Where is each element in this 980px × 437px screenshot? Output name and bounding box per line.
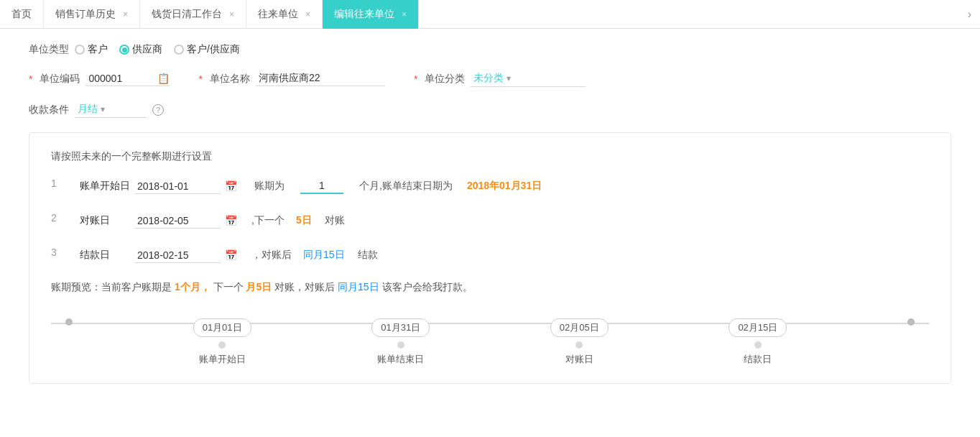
timeline-point-3: 02月05日 对账日 — [550, 318, 609, 366]
step-1: 1 — [51, 178, 68, 195]
content-area: 单位类型 客户 供应商 客户/供应商 * 单位编码 — [0, 29, 980, 437]
payment-arrow-icon: ▾ — [101, 104, 105, 114]
preview-label: 账期预览：当前客户账期是 — [51, 281, 172, 293]
unit-type-row: 单位类型 客户 供应商 客户/供应商 — [29, 43, 951, 56]
category-value: 未分类 — [473, 72, 504, 85]
tl-dot-3 — [575, 341, 583, 349]
help-icon[interactable]: ? — [152, 104, 164, 116]
name-group: * 单位名称 — [198, 71, 384, 86]
tab-partner-units[interactable]: 往来单位 × — [246, 0, 323, 29]
highlight-2: 5日 — [296, 214, 312, 227]
date-input-3[interactable] — [134, 248, 221, 263]
preview-reconcile-prefix: 下一个 — [213, 281, 244, 293]
timeline-point-4: 02月15日 结款日 — [729, 318, 787, 366]
tab-edit-partner-label: 编辑往来单位 — [334, 8, 394, 21]
preview-suffix: 该客户会给我打款。 — [382, 281, 473, 293]
field-label-1: 账单开始日 — [80, 180, 123, 193]
settings-card: 请按照未来的一个完整帐期进行设置 1 账单开始日 📅 账期为 个月,账单结束日期… — [29, 132, 951, 384]
calendar-icon-code[interactable]: 📋 — [157, 73, 170, 84]
tab-sales-history[interactable]: 销售订单历史 × — [44, 0, 140, 29]
radio-supplier[interactable]: 供应商 — [119, 43, 162, 56]
calendar-icon-1[interactable]: 📅 — [225, 180, 237, 192]
category-label: 单位分类 — [425, 73, 465, 86]
timeline-wrapper: 01月01日 账单开始日 01月31日 账单结束日 02月05日 对账日 — [51, 308, 929, 366]
radio-customer-label: 客户 — [88, 43, 108, 56]
tabs-arrow-right[interactable]: › — [959, 8, 980, 21]
desc-prefix-3: ，对账后 — [251, 249, 292, 262]
payment-label: 收款条件 — [29, 104, 69, 116]
desc-suffix-3: 结款 — [358, 249, 378, 262]
preview-period: 1个月， — [175, 281, 211, 293]
tl-dot-2 — [397, 341, 405, 349]
code-label: 单位编码 — [40, 73, 80, 86]
tab-partner-units-close[interactable]: × — [305, 9, 310, 19]
calendar-icon-3[interactable]: 📅 — [225, 249, 237, 261]
payment-value: 月结 — [78, 103, 98, 116]
category-group: * 单位分类 未分类 ▾ — [414, 70, 586, 87]
tab-home-label: 首页 — [11, 8, 32, 21]
radio-both-circle — [174, 45, 184, 55]
tl-badge-4: 02月15日 — [729, 318, 787, 337]
tl-label-4: 结款日 — [744, 353, 772, 366]
code-input[interactable] — [85, 71, 157, 86]
unit-type-group: 单位类型 客户 供应商 客户/供应商 — [29, 43, 240, 56]
cat-star: * — [414, 73, 417, 85]
setting-row-1: 1 账单开始日 📅 账期为 个月,账单结束日期为 2018年01月31日 — [51, 178, 929, 195]
setting-row-3: 3 结款日 📅 ，对账后 同月15日 结款 — [51, 247, 929, 264]
calendar-icon-2[interactable]: 📅 — [225, 215, 237, 226]
category-select[interactable]: 未分类 ▾ — [471, 70, 586, 87]
tl-badge-3: 02月05日 — [550, 318, 609, 337]
name-input[interactable] — [256, 71, 385, 86]
radio-group: 客户 供应商 客户/供应商 — [75, 43, 240, 56]
preview-payment: 同月15日 — [338, 281, 379, 293]
date-input-1[interactable] — [134, 179, 221, 194]
timeline-start-endpoint — [65, 318, 73, 326]
tab-sales-history-close[interactable]: × — [123, 9, 128, 19]
tabs-bar: 首页 销售订单历史 × 钱货日清工作台 × 往来单位 × 编辑往来单位 × › — [0, 0, 980, 29]
period-input[interactable] — [300, 178, 343, 194]
tl-badge-2: 01月31日 — [371, 318, 430, 337]
setting-row-2: 2 对账日 📅 ,下一个 5日 对账 — [51, 212, 929, 229]
tab-sales-history-label: 销售订单历史 — [55, 8, 116, 21]
tab-edit-partner-close[interactable]: × — [402, 9, 407, 19]
timeline-points: 01月01日 账单开始日 01月31日 账单结束日 02月05日 对账日 — [65, 308, 915, 366]
payment-select[interactable]: 月结 ▾ — [75, 101, 147, 118]
tab-partner-units-label: 往来单位 — [258, 8, 298, 21]
tab-home[interactable]: 首页 — [0, 0, 44, 29]
tl-dot-4 — [754, 341, 762, 349]
card-hint: 请按照未来的一个完整帐期进行设置 — [51, 150, 929, 163]
code-input-wrap: 📋 — [85, 71, 170, 86]
radio-supplier-circle — [119, 45, 129, 55]
code-star: * — [29, 73, 32, 85]
unit-type-label: 单位类型 — [29, 43, 69, 56]
payment-group: 收款条件 月结 ▾ ? — [29, 101, 164, 118]
field-label-3: 结款日 — [80, 249, 123, 262]
date-wrap-2: 📅 — [134, 213, 237, 229]
preview-reconcile-text: 对账，对账后 — [274, 281, 335, 293]
preview-row: 账期预览：当前客户账期是 1个月， 下一个 月5日 对账，对账后 同月15日 该… — [51, 281, 929, 294]
payment-row: 收款条件 月结 ▾ ? — [29, 101, 951, 118]
date-wrap-3: 📅 — [134, 248, 237, 263]
timeline-point-2: 01月31日 账单结束日 — [371, 318, 430, 366]
date-wrap-1: 📅 — [134, 179, 237, 194]
radio-supplier-label: 供应商 — [132, 43, 162, 56]
name-star: * — [198, 73, 202, 85]
category-arrow-icon: ▾ — [507, 73, 511, 83]
tl-label-2: 账单结束日 — [377, 353, 424, 366]
radio-both[interactable]: 客户/供应商 — [174, 43, 240, 56]
radio-customer[interactable]: 客户 — [75, 43, 108, 56]
tab-cash-workbench-label: 钱货日清工作台 — [152, 8, 222, 21]
radio-customer-circle — [75, 45, 85, 55]
desc-before-1: 账期为 — [254, 180, 285, 193]
date-input-2[interactable] — [134, 213, 221, 229]
tab-cash-workbench-close[interactable]: × — [229, 9, 234, 19]
tl-dot-1 — [218, 341, 226, 349]
highlight-3: 同月15日 — [303, 249, 345, 262]
step-3: 3 — [51, 247, 68, 264]
tab-cash-workbench[interactable]: 钱货日清工作台 × — [140, 0, 246, 29]
field-label-2: 对账日 — [80, 214, 123, 227]
desc-after-1: 个月,账单结束日期为 — [359, 180, 453, 193]
code-group: * 单位编码 📋 — [29, 71, 170, 86]
tab-edit-partner[interactable]: 编辑往来单位 × — [323, 0, 419, 29]
timeline-point-1: 01月01日 账单开始日 — [193, 318, 251, 366]
